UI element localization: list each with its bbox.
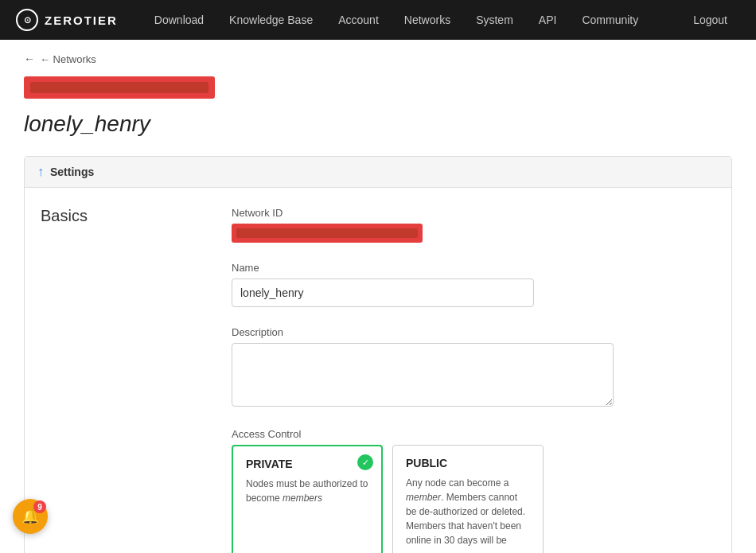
access-control-group: Access Control ✓ PRIVATE Nodes must be a… (232, 428, 715, 553)
access-control-options: ✓ PRIVATE Nodes must be authorized to be… (232, 445, 715, 553)
settings-panel: ↑ Settings Basics Network ID Name (24, 156, 732, 553)
public-desc: Any node can become a member. Members ca… (406, 476, 530, 547)
brand-name: ZEROTIER (45, 14, 118, 27)
page-content: ← ← Networks lonely_henry ↑ Settings Bas… (0, 40, 756, 553)
back-label: ← Networks (40, 53, 96, 65)
description-label: Description (232, 326, 715, 338)
nav-account[interactable]: Account (325, 0, 392, 40)
nav-api[interactable]: API (526, 0, 570, 40)
settings-upload-icon: ↑ (37, 165, 44, 179)
public-title: PUBLIC (406, 457, 530, 469)
name-input[interactable] (232, 278, 534, 307)
name-label: Name (232, 262, 715, 274)
notification-badge: 9 (33, 500, 46, 513)
private-check-icon: ✓ (357, 454, 373, 470)
nav-system[interactable]: System (463, 0, 526, 40)
brand: ⊙ ZEROTIER (16, 9, 118, 31)
navbar: ⊙ ZEROTIER Download Knowledge Base Accou… (0, 0, 756, 40)
brand-icon: ⊙ (16, 9, 38, 31)
network-id-redacted (236, 228, 418, 238)
description-textarea[interactable] (232, 343, 614, 407)
settings-body: Basics Network ID Name Desc (25, 188, 731, 553)
access-control-label: Access Control (232, 428, 715, 440)
nav-community[interactable]: Community (569, 0, 651, 40)
nav-download[interactable]: Download (142, 0, 216, 40)
private-title: PRIVATE (246, 458, 368, 470)
back-to-networks[interactable]: ← ← Networks (24, 53, 732, 65)
settings-header: ↑ Settings (25, 157, 731, 188)
network-id-display (232, 224, 423, 243)
notification-bell[interactable]: 🔔 9 (13, 499, 48, 534)
top-redacted-block (30, 82, 208, 93)
nav-knowledge-base[interactable]: Knowledge Base (216, 0, 325, 40)
page-title: lonely_henry (24, 111, 732, 137)
back-arrow-icon: ← (24, 53, 35, 65)
network-id-group: Network ID (232, 207, 715, 243)
nav-networks[interactable]: Networks (392, 0, 463, 40)
top-network-id-bar (24, 76, 215, 99)
private-option[interactable]: ✓ PRIVATE Nodes must be authorized to be… (232, 445, 383, 553)
settings-right: Network ID Name Description A (216, 207, 715, 553)
section-label: Basics (41, 207, 88, 224)
private-desc: Nodes must be authorized to become membe… (246, 477, 368, 505)
settings-left: Basics (41, 207, 216, 553)
nav-logout[interactable]: Logout (680, 0, 740, 40)
settings-header-label: Settings (50, 166, 94, 178)
public-option[interactable]: PUBLIC Any node can become a member. Mem… (392, 445, 544, 553)
navbar-links: Download Knowledge Base Account Networks… (142, 0, 740, 40)
network-id-label: Network ID (232, 207, 715, 219)
name-group: Name (232, 262, 715, 307)
description-group: Description (232, 326, 715, 409)
